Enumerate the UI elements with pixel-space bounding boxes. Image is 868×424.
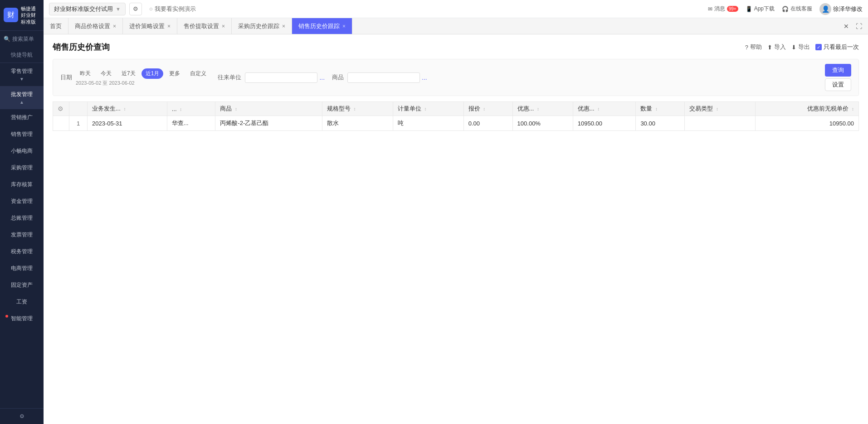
online-service-btn[interactable]: 🎧 在线客服 [782, 5, 812, 13]
tab-purchase-history-label: 采购历史价跟踪 [238, 22, 279, 30]
sidebar-item-label: 零售管理 [11, 67, 33, 75]
col-spec[interactable]: 规格型号 ↕ [322, 102, 393, 116]
window-maximize-btn[interactable]: ⛶ [853, 21, 864, 32]
sidebar-item-finance[interactable]: 资金管理 [0, 193, 44, 210]
table-gear-icon[interactable]: ⚙ [58, 105, 63, 112]
import-icon: ⬆ [767, 44, 772, 51]
col-pretax-price[interactable]: 优惠前无税单价 ↕ [756, 102, 859, 116]
sort-icon: ↕ [123, 106, 126, 111]
filter-settings-btn[interactable]: 设置 [825, 78, 851, 91]
sidebar-item-marketing[interactable]: 营销推广 [0, 109, 44, 126]
window-close-btn[interactable]: ✕ [841, 21, 852, 32]
col-unit[interactable]: 计量单位 ↕ [393, 102, 463, 116]
partner-lookup-btn[interactable]: ... [319, 74, 325, 81]
username-label: 徐泽华修改 [833, 5, 863, 13]
sidebar: 财 畅捷通好业财 标准版 🔍 搜索菜单 快捷导航 零售管理 ▼ 批发管理 ▲ 营… [0, 0, 44, 424]
sidebar-item-label: 采购管理 [11, 164, 33, 172]
sidebar-item-fixed-assets[interactable]: 固定资产 [0, 277, 44, 294]
sidebar-item-smart[interactable]: 智能管理 [0, 310, 44, 327]
tab-price-extract-close[interactable]: × [222, 23, 225, 29]
product-filter-group: 商品 ... [332, 72, 427, 83]
data-table: ⚙ 业务发生... ↕ ... ↕ 商品 ↕ [53, 101, 859, 131]
gear-icon: ⚙ [20, 413, 24, 419]
col-row-num [69, 102, 88, 116]
sidebar-item-wholesale[interactable]: 批发管理 ▲ [0, 86, 44, 109]
tab-price-extract[interactable]: 售价提取设置 × [177, 18, 232, 34]
notification-btn[interactable]: ✉ 消息 99+ [708, 5, 738, 13]
sidebar-item-general-ledger[interactable]: 总账管理 [0, 210, 44, 226]
mobile-icon: 📱 [746, 6, 752, 12]
col-discount2[interactable]: 优惠... ↕ [573, 102, 636, 116]
row-quantity: 30.00 [636, 116, 685, 131]
app-logo: 财 畅捷通好业财 标准版 [0, 0, 44, 31]
sidebar-item-label: 总账管理 [11, 214, 33, 222]
partner-input[interactable] [245, 72, 317, 83]
sort-icon: ↕ [716, 106, 718, 111]
sort-icon: ↕ [180, 107, 182, 112]
sidebar-quick-nav[interactable]: 快捷导航 [0, 48, 44, 63]
tab-home[interactable]: 首页 [44, 18, 68, 34]
filter-row: 日期 昨天 今天 近7天 近1月 更多 自定义 2023-05-02 至 202… [60, 64, 851, 91]
col-extra[interactable]: ... ↕ [167, 102, 215, 116]
app-download-btn[interactable]: 📱 App下载 [746, 5, 775, 13]
tab-product-price-close[interactable]: × [113, 23, 116, 29]
demo-btn[interactable]: ○ 我要看实例演示 [149, 5, 196, 13]
date-btn-more[interactable]: 更多 [165, 68, 184, 79]
tab-purchase-history-close[interactable]: × [282, 23, 285, 29]
tab-sales-history-close[interactable]: × [342, 23, 346, 29]
tab-product-price[interactable]: 商品价格设置 × [68, 18, 123, 34]
date-btn-custom[interactable]: 自定义 [186, 68, 210, 79]
query-btn[interactable]: 查询 [825, 64, 851, 77]
sidebar-item-label: 库存核算 [11, 181, 33, 188]
col-product[interactable]: 商品 ↕ [215, 102, 322, 116]
product-input-group: ... [347, 72, 427, 83]
col-business-date[interactable]: 业务发生... ↕ [88, 102, 167, 116]
partner-input-group: ... [245, 72, 325, 83]
row-business-date: 2023-05-31 [88, 116, 167, 131]
chevron-down-icon: ▼ [20, 77, 24, 82]
chevron-down-icon: ▼ [116, 6, 121, 12]
sidebar-item-retail[interactable]: 零售管理 ▼ [0, 63, 44, 86]
sidebar-item-inventory[interactable]: 库存核算 [0, 176, 44, 193]
row-product: 丙烯酸-2-乙基己酯 [215, 116, 322, 131]
col-transaction-type[interactable]: 交易类型 ↕ [685, 102, 756, 116]
sidebar-search[interactable]: 🔍 搜索菜单 [0, 31, 44, 48]
import-link[interactable]: ⬆ 导入 [767, 43, 786, 51]
col-price[interactable]: 报价 ↕ [463, 102, 512, 116]
date-btn-today[interactable]: 今天 [97, 68, 116, 79]
date-btn-yesterday[interactable]: 昨天 [76, 68, 95, 79]
col-discount1[interactable]: 优惠... ↕ [512, 102, 573, 116]
col-settings[interactable]: ⚙ [53, 102, 69, 116]
product-lookup-btn[interactable]: ... [422, 74, 427, 81]
tab-sales-history-label: 销售历史价跟踪 [298, 22, 340, 30]
row-discount1: 100.00% [512, 116, 573, 131]
tab-purchase-strategy-label: 进价策略设置 [129, 22, 165, 30]
module-selector[interactable]: 好业财标准版交付试用 ▼ [49, 3, 126, 15]
sidebar-item-ecommerce-small[interactable]: 小畅电商 [0, 143, 44, 159]
date-btn-last7[interactable]: 近7天 [117, 68, 140, 79]
tab-purchase-history[interactable]: 采购历史价跟踪 × [232, 18, 292, 34]
sort-icon: ↕ [655, 106, 658, 111]
col-quantity[interactable]: 数量 ↕ [636, 102, 685, 116]
sidebar-item-payroll[interactable]: 工资 [0, 294, 44, 310]
product-input[interactable] [347, 72, 420, 83]
help-icon: ? [745, 44, 748, 51]
export-link[interactable]: ⬇ 导出 [791, 43, 810, 51]
tab-sales-history[interactable]: 销售历史价跟踪 × [292, 18, 352, 34]
date-btn-last1month[interactable]: 近1月 [141, 68, 164, 79]
sidebar-item-tax[interactable]: 税务管理 [0, 243, 44, 260]
sidebar-item-invoice[interactable]: 发票管理 [0, 226, 44, 243]
sidebar-settings[interactable]: ⚙ [0, 408, 44, 424]
tab-purchase-strategy-close[interactable]: × [167, 23, 171, 29]
topbar-settings-btn[interactable]: ⚙ [129, 3, 142, 15]
sidebar-item-sales[interactable]: 销售管理 [0, 126, 44, 143]
help-link[interactable]: ? 帮助 [745, 43, 762, 51]
table-row[interactable]: 1 2023-05-31 华查... 丙烯酸-2-乙基己酯 散水 吨 0.00 … [53, 116, 859, 131]
user-menu-btn[interactable]: 👤 徐泽华修改 [819, 3, 863, 15]
tab-purchase-strategy[interactable]: 进价策略设置 × [123, 18, 177, 34]
last-only-checkbox[interactable]: ✓ 只看最后一次 [815, 43, 859, 51]
sidebar-item-purchase[interactable]: 采购管理 [0, 159, 44, 176]
sidebar-item-ecommerce[interactable]: 电商管理 [0, 260, 44, 277]
row-transaction-type [685, 116, 756, 131]
page-title: 销售历史价查询 [53, 42, 110, 53]
